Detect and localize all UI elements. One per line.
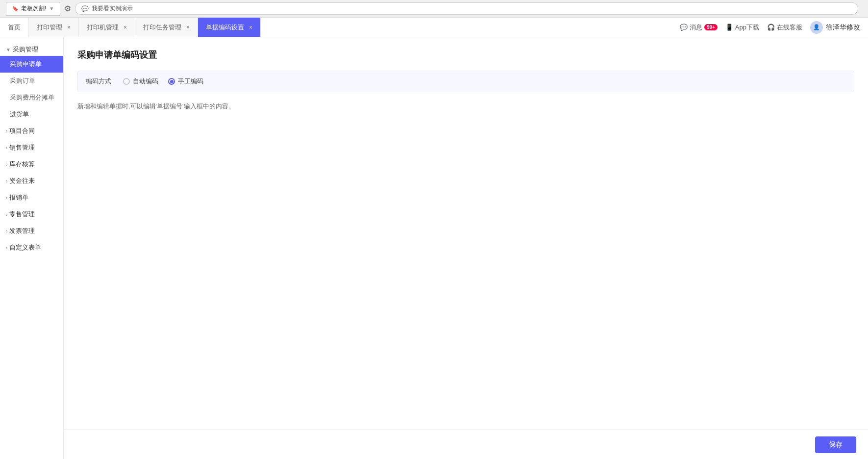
- radio-manual-circle[interactable]: [168, 78, 175, 85]
- message-button[interactable]: 💬 消息 99+: [680, 23, 718, 32]
- sidebar-group-sales[interactable]: › 销售管理: [0, 139, 63, 156]
- save-button[interactable]: 保存: [815, 436, 856, 453]
- expand-arrow-icon-sales: ›: [6, 145, 7, 151]
- browser-bar: 🔖 老板勿割! ▼ ⚙ 💬 我要看实例演示: [0, 0, 868, 18]
- browser-address-bar[interactable]: 💬 我要看实例演示: [75, 2, 858, 15]
- expand-arrow-icon-reimbursement: ›: [6, 195, 7, 201]
- page-title: 采购申请单编码设置: [77, 49, 854, 61]
- app-download-button[interactable]: 📱 App下载: [725, 23, 759, 32]
- sidebar-group-purchase[interactable]: ▼ 采购管理: [0, 41, 63, 56]
- sidebar-group-purchase-label: 采购管理: [13, 45, 38, 54]
- tab-close-1[interactable]: ×: [67, 24, 71, 31]
- browser-settings-icon[interactable]: ⚙: [64, 4, 71, 13]
- user-name: 徐泽华修改: [826, 23, 860, 32]
- expand-arrow-icon-custom: ›: [6, 245, 7, 251]
- sidebar-group-project-contract[interactable]: › 项目合同: [0, 123, 63, 139]
- sidebar-group-reimbursement[interactable]: › 报销单: [0, 189, 63, 206]
- avatar: 👤: [810, 21, 823, 34]
- app-tab-2[interactable]: 打印机管理×: [79, 18, 135, 37]
- content-area: 采购申请单编码设置 编码方式 自动编码 手工编码 新增和编辑单据时,可以编辑'单…: [64, 37, 868, 459]
- sidebar: ▼ 采购管理 采购申请单 采购订单 采购费用分摊单 进货单 › 项目合同 › 销…: [0, 37, 64, 459]
- encode-method-row: 编码方式 自动编码 手工编码: [77, 71, 854, 92]
- radio-auto-label: 自动编码: [133, 77, 158, 86]
- tab-close-4[interactable]: ×: [249, 24, 252, 31]
- radio-auto[interactable]: 自动编码: [123, 77, 158, 86]
- sidebar-item-purchase-expense[interactable]: 采购费用分摊单: [0, 89, 63, 106]
- message-badge: 99+: [704, 24, 718, 30]
- expand-arrow-icon-capital: ›: [6, 178, 7, 184]
- sidebar-group-custom-form[interactable]: › 自定义表单: [0, 239, 63, 256]
- content-inner: 采购申请单编码设置 编码方式 自动编码 手工编码 新增和编辑单据时,可以编辑'单…: [64, 37, 868, 430]
- service-icon: 🎧: [767, 24, 775, 31]
- radio-manual-label: 手工编码: [178, 77, 203, 86]
- app-bar-right: 💬 消息 99+ 📱 App下载 🎧 在线客服 👤 徐泽华修改: [680, 21, 868, 34]
- address-text: 我要看实例演示: [92, 4, 133, 13]
- expand-arrow-icon-invoice: ›: [6, 229, 7, 234]
- message-label: 消息: [690, 23, 702, 32]
- user-menu[interactable]: 👤 徐泽华修改: [810, 21, 860, 34]
- bottom-bar: 保存: [64, 430, 868, 459]
- collapse-arrow-icon: ▼: [6, 47, 11, 52]
- app-download-label: App下载: [735, 23, 759, 32]
- hint-text: 新增和编辑单据时,可以编辑'单据编号'输入框中的内容。: [77, 102, 854, 111]
- browser-tab[interactable]: 🔖 老板勿割! ▼: [6, 2, 60, 16]
- app-download-icon: 📱: [725, 24, 733, 31]
- main-layout: ▼ 采购管理 采购申请单 采购订单 采购费用分摊单 进货单 › 项目合同 › 销…: [0, 37, 868, 459]
- app-tab-0[interactable]: 首页: [0, 18, 29, 37]
- sidebar-item-goods-receipt[interactable]: 进货单: [0, 106, 63, 123]
- tab-close-3[interactable]: ×: [186, 24, 190, 31]
- browser-tab-dropdown[interactable]: ▼: [49, 6, 54, 11]
- expand-arrow-icon-inventory: ›: [6, 162, 7, 167]
- online-service-button[interactable]: 🎧 在线客服: [767, 23, 802, 32]
- browser-tab-title: 老板勿割!: [21, 4, 46, 13]
- expand-arrow-icon-retail: ›: [6, 212, 7, 217]
- tab-close-2[interactable]: ×: [124, 24, 127, 31]
- sidebar-group-retail[interactable]: › 零售管理: [0, 206, 63, 223]
- expand-arrow-icon-project: ›: [6, 128, 7, 134]
- sidebar-group-inventory[interactable]: › 库存核算: [0, 156, 63, 173]
- message-icon: 💬: [680, 24, 688, 31]
- radio-manual[interactable]: 手工编码: [168, 77, 203, 86]
- sidebar-item-purchase-request[interactable]: 采购申请单: [0, 56, 63, 73]
- app-bar: 首页打印管理×打印机管理×打印任务管理×单据编码设置× 💬 消息 99+ 📱 A…: [0, 18, 868, 37]
- radio-group: 自动编码 手工编码: [123, 77, 203, 86]
- sidebar-item-purchase-order[interactable]: 采购订单: [0, 73, 63, 89]
- sidebar-group-capital[interactable]: › 资金往来: [0, 173, 63, 189]
- encode-label: 编码方式: [86, 77, 111, 86]
- app-tab-4[interactable]: 单据编码设置×: [198, 18, 261, 37]
- tab-favicon: 🔖: [12, 6, 18, 11]
- app-tab-1[interactable]: 打印管理×: [29, 18, 79, 37]
- sidebar-group-invoice[interactable]: › 发票管理: [0, 223, 63, 239]
- radio-auto-circle[interactable]: [123, 78, 130, 85]
- app-tabs: 首页打印管理×打印机管理×打印任务管理×单据编码设置×: [0, 18, 261, 37]
- online-service-label: 在线客服: [777, 23, 802, 32]
- address-icon: 💬: [81, 5, 89, 12]
- app-tab-3[interactable]: 打印任务管理×: [135, 18, 198, 37]
